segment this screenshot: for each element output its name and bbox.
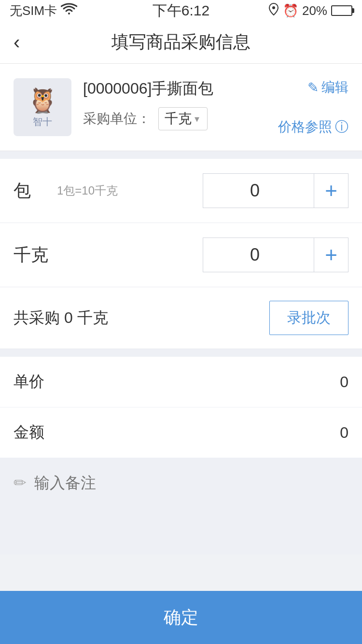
section-bao: 包 1包=10千克 +	[0, 159, 362, 223]
unit-value: 千克	[165, 110, 192, 128]
total-row: 共采购 0 千克 录批次	[0, 287, 362, 349]
amount-label: 金额	[14, 422, 340, 443]
status-time: 下午6:12	[153, 1, 209, 21]
quantity-row-kg: 千克 +	[0, 223, 362, 287]
nav-bar: ‹ 填写商品采购信息	[0, 21, 362, 64]
total-text: 共采购 0 千克	[14, 308, 269, 329]
note-area: ✏	[0, 458, 362, 555]
separator-1	[0, 151, 362, 159]
product-image-brand: 智十	[33, 115, 52, 128]
help-icon: ⓘ	[335, 118, 348, 136]
note-input[interactable]	[34, 473, 348, 511]
price-ref-label: 价格参照	[278, 118, 332, 136]
pencil-icon: ✏	[14, 474, 27, 492]
unit-price-value: 0	[340, 373, 348, 391]
battery-percent: 20%	[302, 3, 327, 18]
quantity-input-bao[interactable]	[203, 173, 314, 208]
location-icon	[268, 2, 279, 19]
quantity-sublabel-bao: 1包=10千克	[57, 183, 203, 198]
status-left: 无SIM卡	[10, 2, 77, 19]
page-title: 填写商品采购信息	[111, 30, 251, 54]
separator-2	[0, 349, 362, 357]
total-value: 0	[64, 309, 73, 326]
confirm-label: 确定	[164, 606, 198, 630]
batch-button[interactable]: 录批次	[269, 301, 348, 335]
product-owl-icon: 🦉	[28, 86, 57, 114]
product-title: 手撕面包	[152, 80, 213, 97]
quantity-input-group-bao: +	[203, 173, 348, 208]
quantity-label-bao: 包	[14, 179, 52, 203]
product-card: 🦉 智十 [0000006]手撕面包 采购单位： 千克 ▾ ✎ 编辑 价格参照 …	[0, 64, 362, 151]
section-kg: 千克 +	[0, 223, 362, 287]
wifi-icon	[61, 3, 77, 19]
quantity-input-kg[interactable]	[203, 238, 314, 272]
total-label: 共采购	[14, 309, 60, 326]
svg-point-0	[272, 6, 275, 9]
unit-price-label: 单价	[14, 371, 340, 392]
edit-label: 编辑	[321, 78, 348, 97]
carrier-label: 无SIM卡	[10, 2, 57, 19]
quantity-plus-bao[interactable]: +	[314, 173, 348, 208]
product-image: 🦉 智十	[14, 78, 71, 136]
quantity-plus-kg[interactable]: +	[314, 238, 348, 272]
alarm-icon: ⏰	[283, 3, 298, 18]
product-code: [0000006]	[83, 80, 152, 97]
quantity-input-group-kg: +	[203, 238, 348, 272]
edit-icon: ✎	[307, 80, 319, 96]
edit-button[interactable]: ✎ 编辑	[307, 78, 348, 97]
status-bar: 无SIM卡 下午6:12 ⏰ 20%	[0, 0, 362, 21]
unit-label: 采购单位：	[83, 110, 151, 128]
status-right: ⏰ 20%	[268, 2, 352, 19]
quantity-label-kg: 千克	[14, 243, 52, 267]
amount-value: 0	[340, 424, 348, 442]
amount-row: 金额 0	[0, 407, 362, 458]
unit-dropdown[interactable]: 千克 ▾	[158, 107, 208, 130]
quantity-row-bao: 包 1包=10千克 +	[0, 159, 362, 223]
price-ref-button[interactable]: 价格参照 ⓘ	[278, 118, 348, 136]
main-content: 🦉 智十 [0000006]手撕面包 采购单位： 千克 ▾ ✎ 编辑 价格参照 …	[0, 64, 362, 613]
battery-icon	[331, 5, 352, 16]
back-icon: ‹	[14, 31, 20, 53]
confirm-button[interactable]: 确定	[0, 591, 362, 644]
unit-price-row: 单价 0	[0, 357, 362, 407]
back-button[interactable]: ‹	[14, 31, 20, 53]
total-unit: 千克	[77, 309, 108, 326]
chevron-down-icon: ▾	[195, 113, 199, 125]
